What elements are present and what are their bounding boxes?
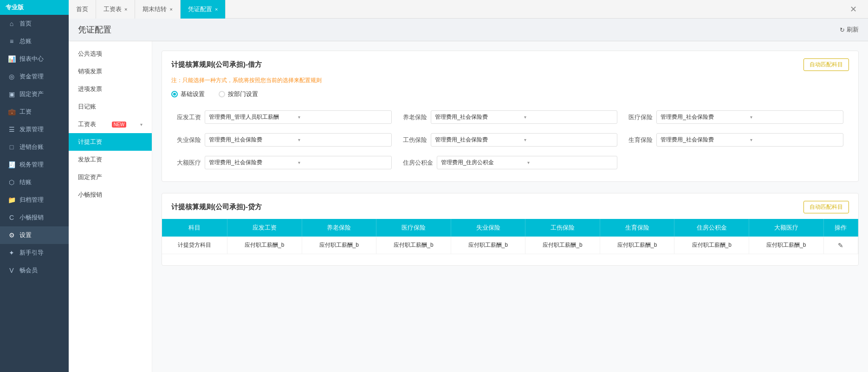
sidebar-item-label: 发票管理: [19, 125, 44, 134]
sub-nav-pay-salary[interactable]: 发放工资: [69, 151, 152, 168]
sidebar-item-archive[interactable]: 📁 归档管理: [0, 191, 69, 209]
sidebar-item-tax-management[interactable]: 🧾 税务管理: [0, 156, 69, 173]
sidebar-item-xiaochang-expense[interactable]: C 小畅报销: [0, 209, 69, 226]
refresh-button[interactable]: ↻ 刷新: [840, 26, 859, 34]
tab-period-end[interactable]: 期末结转 ×: [135, 0, 180, 19]
form-select-gsbx[interactable]: 管理费用_社会保险费 ▾: [431, 133, 618, 147]
th-sybx: 失业保险: [451, 219, 525, 237]
sub-nav-xiaochang-expense[interactable]: 小畅报销: [69, 186, 152, 204]
sidebar-item-fund-management[interactable]: ◎ 资金管理: [0, 68, 69, 85]
top-nav: 首页 工资表 × 期末结转 × 凭证配置 × ✕: [69, 0, 868, 19]
radio-dept-setting[interactable]: 按部门设置: [219, 90, 258, 98]
sidebar-item-period-end[interactable]: ⬡ 结账: [0, 173, 69, 191]
sidebar-item-label: 畅会员: [19, 266, 38, 275]
form-select-zfgjj[interactable]: 管理费用_住房公积金 ▾: [437, 156, 618, 169]
tax-icon: 🧾: [7, 161, 16, 168]
tab-payroll-label: 工资表: [104, 5, 122, 13]
auto-match-debit-button[interactable]: 自动匹配科目: [803, 58, 849, 71]
invoice-icon: ☰: [7, 126, 16, 133]
form-item-ylbx2: 医疗保险 管理费用_社会保险费 ▾: [623, 106, 849, 128]
form-label-gsbx: 工伤保险: [403, 136, 427, 144]
tab-payroll[interactable]: 工资表 ×: [96, 0, 135, 19]
sub-nav-payroll-table[interactable]: 工资表 NEW ▾: [69, 115, 152, 133]
tab-home[interactable]: 首页: [69, 0, 96, 19]
chevron-icon: ▾: [524, 137, 613, 142]
close-main-button[interactable]: ✕: [846, 2, 861, 17]
form-grid-debit: 应发工资 管理费用_管理人员职工薪酬 ▾ 养老保险 管理费用_社会保险费 ▾: [162, 106, 858, 181]
tab-payroll-close[interactable]: ×: [124, 6, 127, 12]
form-item-gsbx: 工伤保险 管理费用_社会保险费 ▾: [397, 128, 623, 151]
sub-nav-public-options[interactable]: 公共选项: [69, 45, 152, 63]
sidebar-item-fixed-assets[interactable]: ▣ 固定资产: [0, 85, 69, 103]
form-select-sybx[interactable]: 管理费用_社会保险费 ▾: [205, 133, 392, 147]
form-select-sybx2[interactable]: 管理费用_社会保险费 ▾: [656, 133, 843, 147]
sub-nav-journal[interactable]: 日记账: [69, 98, 152, 115]
td-gsbx: 应付职工薪酬_b: [525, 237, 600, 254]
assets-icon: ▣: [7, 90, 16, 98]
tab-voucher-config-close[interactable]: ×: [215, 6, 218, 12]
form-select-deyyl[interactable]: 管理费用_社会保险费 ▾: [205, 156, 392, 169]
tab-voucher-config[interactable]: 凭证配置 ×: [181, 0, 226, 19]
section2-title: 计提核算规则(公司承担)-贷方: [171, 203, 262, 212]
sub-nav-fixed-assets[interactable]: 固定资产: [69, 168, 152, 186]
sidebar-item-invoice-management[interactable]: ☰ 发票管理: [0, 121, 69, 138]
edit-icon[interactable]: ✎: [838, 242, 843, 249]
sub-nav-purchase-invoice[interactable]: 进项发票: [69, 80, 152, 98]
report-icon: 📊: [7, 55, 16, 63]
sidebar-item-new-guide[interactable]: ✦ 新手引导: [0, 244, 69, 262]
chevron-down-icon: ▾: [140, 122, 143, 127]
section-credit: 计提核算规则(公司承担)-贷方 自动匹配科目 科目 应发工资 养老保险 医疗保险…: [162, 193, 859, 266]
sub-nav-sales-invoice[interactable]: 销项发票: [69, 63, 152, 80]
form-select-ylbx2[interactable]: 管理费用_社会保险费 ▾: [656, 110, 843, 124]
refresh-label: 刷新: [847, 26, 859, 34]
form-item-deyyl: 大额医疗 管理费用_社会保险费 ▾: [171, 151, 397, 174]
sidebar-item-label: 进销台账: [19, 143, 44, 151]
sub-nav: 公共选项 销项发票 进项发票 日记账 工资表 NEW ▾ 计提工资 发放工资: [69, 41, 152, 372]
th-ylbx: 养老保险: [302, 219, 376, 237]
form-item-sybx: 失业保险 管理费用_社会保险费 ▾: [171, 128, 397, 151]
fund-icon: ◎: [7, 73, 16, 80]
form-item-sybx2: 生育保险 管理费用_社会保险费 ▾: [623, 128, 849, 151]
auto-match-credit-button[interactable]: 自动匹配科目: [803, 201, 849, 213]
td-deyyl: 应付职工薪酬_b: [749, 237, 824, 254]
form-select-ylbx[interactable]: 管理费用_社会保险费 ▾: [431, 110, 618, 124]
sidebar-item-label: 首页: [19, 19, 32, 28]
sidebar-item-report-center[interactable]: 📊 报表中心: [0, 50, 69, 68]
chevron-icon: ▾: [750, 137, 839, 142]
sidebar-item-purchase-sales[interactable]: □ 进销台账: [0, 138, 69, 156]
sidebar-item-general-ledger[interactable]: ≡ 总账: [0, 32, 69, 50]
radio-dept-circle: [219, 91, 225, 97]
chevron-icon: ▾: [524, 115, 613, 120]
sidebar-item-member[interactable]: V 畅会员: [0, 262, 69, 279]
tab-period-end-close[interactable]: ×: [169, 6, 172, 12]
radio-basic-setting[interactable]: 基础设置: [171, 90, 205, 98]
sidebar-item-label: 小畅报销: [19, 213, 44, 222]
sub-nav-calc-salary[interactable]: 计提工资: [69, 133, 152, 151]
sidebar-item-label: 新手引导: [19, 249, 44, 257]
main-area: 首页 工资表 × 期末结转 × 凭证配置 × ✕ 凭证配置 ↻ 刷新 公共选项: [69, 0, 868, 372]
chevron-icon: ▾: [527, 160, 614, 165]
salary-icon: 💼: [7, 108, 16, 115]
th-ylbx2: 医疗保险: [376, 219, 451, 237]
sidebar-item-salary[interactable]: 💼 工资: [0, 103, 69, 121]
sidebar-item-label: 税务管理: [19, 160, 44, 169]
sidebar-item-home[interactable]: ⌂ 首页: [0, 15, 69, 32]
radio-group: 基础设置 按部门设置: [162, 90, 858, 106]
top-nav-right: ✕: [846, 2, 868, 17]
ledger-icon: ≡: [7, 38, 16, 45]
sidebar-item-label: 固定资产: [19, 90, 44, 98]
form-item-ylbx: 养老保险 管理费用_社会保险费 ▾: [397, 106, 623, 128]
tab-home-label: 首页: [76, 5, 88, 13]
form-select-yfgz[interactable]: 管理费用_管理人员职工薪酬 ▾: [205, 110, 392, 124]
sidebar-item-label: 总账: [19, 37, 32, 45]
sidebar-item-label: 资金管理: [19, 72, 44, 81]
section1-header: 计提核算规则(公司承担)-借方 自动匹配科目: [162, 51, 858, 77]
sidebar: 专业版 ⌂ 首页 ≡ 总账 📊 报表中心 ◎ 资金管理 ▣ 固定资产 💼 工资 …: [0, 0, 69, 372]
sidebar-item-settings[interactable]: ⚙ 设置: [0, 226, 69, 244]
form-item-zfgjj: 住房公积金 管理费用_住房公积金 ▾: [397, 151, 623, 174]
tab-period-end-label: 期末结转: [143, 5, 167, 13]
section1-notice: 注：只能选择一种方式，系统将按照您当前的选择来配置规则: [162, 77, 858, 90]
form-label-sybx: 失业保险: [177, 136, 201, 144]
td-action[interactable]: ✎: [823, 237, 858, 254]
refresh-icon: ↻: [840, 26, 845, 33]
